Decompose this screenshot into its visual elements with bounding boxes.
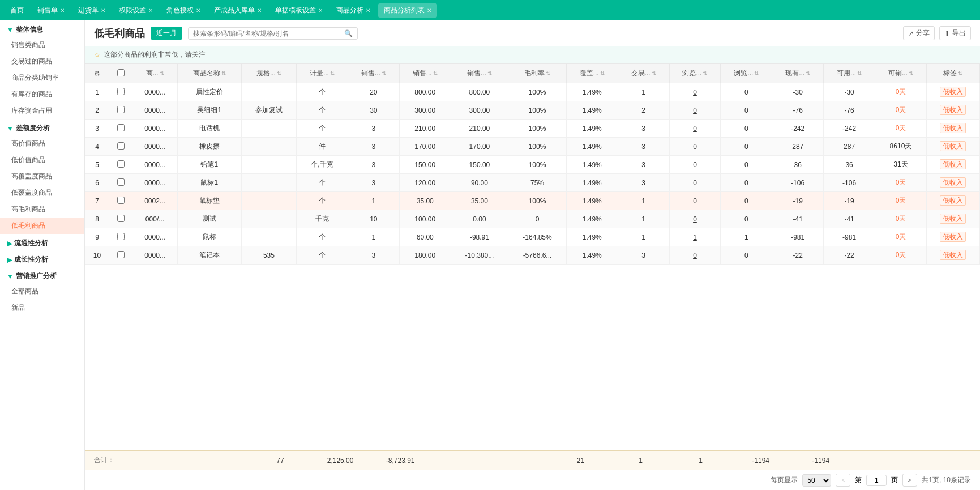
search-input[interactable] [193,29,342,37]
row-browse1[interactable]: 0 [669,138,721,156]
col-sales-qty[interactable]: 销售...⇅ [348,64,399,83]
col-gross-margin[interactable]: 毛利率⇅ [508,64,567,83]
row-browse1[interactable]: 0 [669,83,721,101]
col-checkbox[interactable] [109,64,132,83]
sidebar-item-high-margin[interactable]: 高毛利商品 [0,201,84,218]
table-row: 7 0002... 鼠标垫 个 1 35.00 35.00 100% 1.49%… [85,192,980,210]
close-icon[interactable]: ✕ [148,7,153,14]
row-checkbox[interactable] [109,210,132,228]
row-checkbox[interactable] [109,174,132,192]
sidebar-item-new-products[interactable]: 新品 [0,300,84,316]
sidebar-group-marketing[interactable]: ▼ 营销推广分析 [0,267,84,283]
row-checkbox[interactable] [109,138,132,156]
sidebar-item-high-value[interactable]: 高价值商品 [0,135,84,152]
row-checkbox[interactable] [109,101,132,120]
row-checkbox[interactable] [109,228,132,246]
row-checkbox[interactable] [109,246,132,265]
sidebar-item-all-products[interactable]: 全部商品 [0,283,84,300]
next-page-button[interactable]: ＞ [902,474,917,487]
nav-template-settings[interactable]: 单据模板设置 ✕ [269,3,328,18]
nav-home[interactable]: 首页 [5,3,29,18]
close-icon[interactable]: ✕ [427,7,431,14]
col-coverage[interactable]: 覆盖...⇅ [566,64,618,83]
sidebar-item-sales-products[interactable]: 销售类商品 [0,37,84,53]
col-browse2[interactable]: 浏览...⇅ [721,64,772,83]
col-sales-price[interactable]: 销售...⇅ [399,64,451,83]
col-unit[interactable]: 计量...⇅ [297,64,348,83]
sidebar-group-growth[interactable]: ▶ 成长性分析 [0,250,84,267]
row-checkbox[interactable] [109,192,132,210]
col-code[interactable]: 商...⇅ [132,64,177,83]
nav-product-entry[interactable]: 产成品入库单 ✕ [208,3,267,18]
row-browse1[interactable]: 0 [669,246,721,265]
col-available[interactable]: 可用...⇅ [824,64,875,83]
filter-recent-month-button[interactable]: 近一月 [151,27,182,40]
sidebar-group-overall[interactable]: ▼ 整体信息 [0,20,84,37]
select-all-checkbox[interactable] [117,69,125,76]
col-settings[interactable]: ⚙ [85,64,109,83]
search-icon[interactable]: 🔍 [344,29,353,37]
sidebar-item-traded-products[interactable]: 交易过的商品 [0,53,84,70]
row-spec [241,228,296,246]
sidebar-item-category-rate[interactable]: 商品分类助销率 [0,70,84,86]
page-number-input[interactable] [866,475,887,486]
row-browse1[interactable]: 0 [669,210,721,228]
row-browse1[interactable]: 0 [669,192,721,210]
sidebar-group-liquidity[interactable]: ▶ 流通性分析 [0,234,84,250]
col-browse1[interactable]: 浏览...⇅ [669,64,721,83]
close-icon[interactable]: ✕ [318,7,323,14]
row-sales-qty: 3 [348,138,399,156]
row-name: 鼠标 [177,228,241,246]
footer-browse2: 1 [671,457,731,465]
row-checkbox[interactable] [109,83,132,101]
row-current-stock: -19 [772,192,824,210]
col-tag[interactable]: 标签⇅ [926,64,979,83]
row-gross-margin: 100% [508,156,567,174]
row-unit: 千克 [297,210,348,228]
col-sellable[interactable]: 可销...⇅ [875,64,927,83]
row-browse1[interactable]: 0 [669,156,721,174]
close-icon[interactable]: ✕ [366,7,370,14]
sidebar-item-low-coverage[interactable]: 低覆盖度商品 [0,185,84,201]
close-icon[interactable]: ✕ [101,7,105,14]
sidebar-item-low-margin[interactable]: 低毛利商品 [0,218,84,234]
sidebar-item-low-value[interactable]: 低价值商品 [0,152,84,168]
row-checkbox[interactable] [109,120,132,138]
prev-page-button[interactable]: ＜ [836,474,850,487]
col-current-stock[interactable]: 现有...⇅ [772,64,824,83]
nav-sales[interactable]: 销售单 ✕ [32,3,70,18]
col-name[interactable]: 商品名称⇅ [177,64,241,83]
nav-product-analysis-list[interactable]: 商品分析列表 ✕ [378,3,437,18]
row-browse1[interactable]: 0 [669,174,721,192]
close-icon[interactable]: ✕ [257,7,262,14]
sidebar-item-high-coverage[interactable]: 高覆盖度商品 [0,168,84,185]
nav-role-auth[interactable]: 角色授权 ✕ [161,3,206,18]
row-sales-qty: 1 [348,228,399,246]
row-name: 电话机 [177,120,241,138]
nav-purchase[interactable]: 进货单 ✕ [72,3,111,18]
sidebar-item-in-stock[interactable]: 有库存的商品 [0,86,84,103]
col-transaction[interactable]: 交易...⇅ [618,64,669,83]
row-browse1[interactable]: 0 [669,101,721,120]
close-icon[interactable]: ✕ [60,7,65,14]
col-sales-amount[interactable]: 销售...⇅ [451,64,508,83]
close-icon[interactable]: ✕ [196,7,200,14]
row-browse1[interactable]: 0 [669,120,721,138]
table-row: 6 0000... 鼠标1 个 3 120.00 90.00 75% 1.49%… [85,174,980,192]
sidebar-group-difference[interactable]: ▼ 差额度分析 [0,119,84,135]
nav-product-analysis[interactable]: 商品分析 ✕ [331,3,376,18]
row-unit: 个 [297,120,348,138]
row-browse1[interactable]: 1 [669,228,721,246]
row-browse2: 0 [721,210,772,228]
sidebar-item-capital[interactable]: 库存资金占用 [0,103,84,119]
row-checkbox[interactable] [109,156,132,174]
footer-sales-qty: 77 [250,457,310,465]
row-current-stock: -30 [772,83,824,101]
nav-permissions[interactable]: 权限设置 ✕ [113,3,159,18]
row-sellable: 8610天 [875,138,927,156]
export-button[interactable]: ⬆ 导出 [939,26,971,40]
row-code: 0000... [132,228,177,246]
share-button[interactable]: ↗ 分享 [903,26,935,40]
col-spec[interactable]: 规格...⇅ [241,64,296,83]
page-size-select[interactable]: 50 100 200 [802,474,831,487]
